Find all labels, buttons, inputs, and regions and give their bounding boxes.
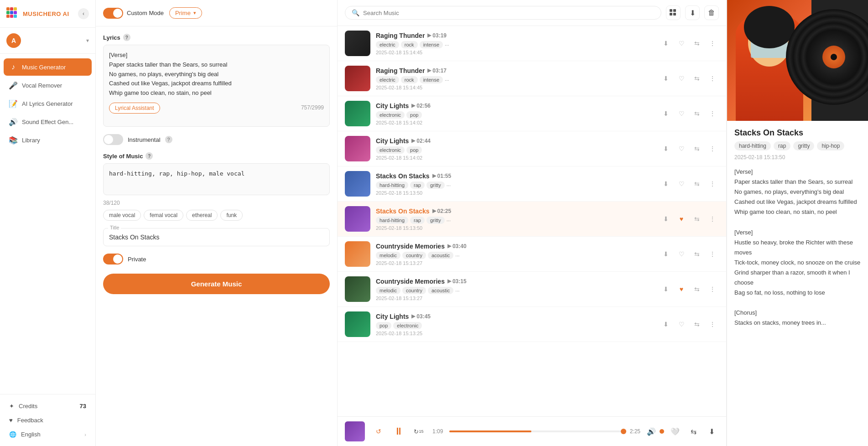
instrumental-info-icon[interactable]: ? — [165, 136, 172, 143]
more-tags[interactable]: ... — [445, 76, 449, 83]
music-list-item-2[interactable]: Raging Thunder ▶ 03:17 electricrockinten… — [338, 61, 726, 96]
detail-lyrics: [Verse] Paper stacks taller than the Sea… — [734, 167, 861, 328]
forward-btn[interactable]: ↻15 — [411, 424, 426, 439]
more-song-btn[interactable]: ⋮ — [706, 142, 719, 155]
language-item[interactable]: 🌐 English › — [4, 427, 92, 441]
like-song-btn[interactable]: ♡ — [675, 72, 688, 85]
like-song-btn[interactable]: ♡ — [675, 37, 688, 50]
feedback-item[interactable]: ♥ Feedback — [4, 413, 92, 427]
download-song-btn[interactable]: ⬇ — [660, 107, 672, 120]
download-song-btn[interactable]: ⬇ — [660, 283, 672, 296]
share-song-btn[interactable]: ⇆ — [691, 213, 703, 225]
more-song-btn[interactable]: ⋮ — [706, 72, 719, 85]
music-item-title: Stacks On Stacks ▶ 02:25 — [376, 207, 654, 215]
more-song-btn[interactable]: ⋮ — [706, 248, 719, 260]
more-song-btn[interactable]: ⋮ — [706, 177, 719, 190]
instrumental-toggle[interactable] — [103, 134, 123, 145]
music-list-item-1[interactable]: Raging Thunder ▶ 03:19 electricrockinten… — [338, 26, 726, 61]
music-thumb — [345, 206, 370, 232]
like-song-btn[interactable]: ♡ — [675, 107, 688, 120]
lyrics-box[interactable]: [Verse] Paper stacks taller than the Sea… — [103, 45, 330, 127]
sidebar-item-sound-effect[interactable]: 🔊 Sound Effect Gen... — [4, 113, 92, 130]
logo-icon — [6, 7, 19, 20]
download-song-btn[interactable]: ⬇ — [660, 37, 672, 50]
share-song-btn[interactable]: ⇆ — [691, 318, 703, 331]
download-btn[interactable]: ⬇ — [685, 5, 700, 20]
music-list-item-7[interactable]: Countryside Memories ▶ 03:40 melodiccoun… — [338, 237, 726, 272]
more-song-btn[interactable]: ⋮ — [706, 318, 719, 331]
sidebar-item-ai-lyrics[interactable]: 📝 AI Lyrics Generator — [4, 95, 92, 112]
download-song-btn[interactable]: ⬇ — [660, 72, 672, 85]
like-song-btn[interactable]: ♡ — [675, 142, 688, 155]
share-song-btn[interactable]: ⇆ — [691, 248, 703, 260]
more-tags[interactable]: ... — [447, 182, 451, 189]
pause-button[interactable]: ⏸ — [390, 423, 407, 440]
download-song-btn[interactable]: ⬇ — [660, 177, 672, 190]
download-song-btn[interactable]: ⬇ — [660, 318, 672, 331]
more-song-btn[interactable]: ⋮ — [706, 213, 719, 225]
volume-icon[interactable]: 🔊 — [647, 427, 656, 436]
share-song-btn[interactable]: ⇆ — [691, 107, 703, 120]
like-song-btn[interactable]: ♥ — [675, 213, 688, 225]
music-date: 2025-02-18 15:14:02 — [376, 155, 654, 161]
download-song-btn[interactable]: ⬇ — [660, 142, 672, 155]
music-actions: ⬇ ♡ ⇆ ⋮ — [660, 177, 719, 190]
user-profile[interactable]: A ▾ — [0, 28, 95, 54]
like-song-btn[interactable]: ♡ — [675, 177, 688, 190]
music-list-item-4[interactable]: City Lights ▶ 02:44 electronicpop 2025-0… — [338, 131, 726, 166]
music-list-item-8[interactable]: Countryside Memories ▶ 03:15 melodiccoun… — [338, 272, 726, 307]
sidebar-item-music-generator[interactable]: ♪ Music Generator — [4, 58, 92, 76]
more-song-btn[interactable]: ⋮ — [706, 283, 719, 296]
more-tags[interactable]: ... — [447, 217, 451, 224]
private-toggle[interactable] — [103, 254, 123, 264]
more-tags[interactable]: ... — [445, 41, 449, 48]
search-input[interactable] — [363, 10, 655, 16]
style-input[interactable] — [103, 163, 330, 195]
share-song-btn[interactable]: ⇆ — [691, 72, 703, 85]
lyrical-assistant-button[interactable]: Lyrical Assistant — [109, 103, 160, 114]
style-tag-male-vocal[interactable]: male vocal — [103, 210, 141, 221]
title-input[interactable] — [109, 233, 324, 241]
style-tag-femal-vocal[interactable]: femal vocal — [144, 210, 183, 221]
share-song-btn[interactable]: ⇆ — [691, 37, 703, 50]
style-tag-ethereal[interactable]: ethereal — [186, 210, 218, 221]
prime-badge[interactable]: Prime ▾ — [169, 7, 202, 19]
music-list-item-6[interactable]: Stacks On Stacks ▶ 02:25 hard-hittingrap… — [338, 202, 726, 237]
volume-dot — [660, 429, 664, 434]
style-tag-funk[interactable]: funk — [220, 210, 243, 221]
more-tags[interactable]: ... — [455, 252, 459, 259]
share-btn[interactable]: ⇆ — [686, 424, 701, 439]
music-list-item-9[interactable]: City Lights ▶ 03:45 popelectronic 2025-0… — [338, 307, 726, 342]
sidebar-item-library[interactable]: 📚 Library — [4, 131, 92, 149]
svg-rect-2 — [14, 7, 17, 10]
lyrics-info-icon[interactable]: ? — [123, 34, 130, 41]
credits-item[interactable]: ✦ Credits 73 — [4, 399, 92, 413]
download-song-btn[interactable]: ⬇ — [660, 248, 672, 260]
repeat-btn[interactable]: ↺ — [371, 424, 386, 439]
sidebar-collapse-btn[interactable]: ‹ — [78, 8, 89, 19]
more-tags[interactable]: ... — [455, 287, 459, 294]
style-info-icon[interactable]: ? — [146, 152, 153, 160]
music-actions: ⬇ ♡ ⇆ ⋮ — [660, 248, 719, 260]
custom-mode-switch[interactable] — [103, 8, 123, 19]
custom-mode-toggle[interactable]: Custom Mode — [103, 8, 164, 19]
more-song-btn[interactable]: ⋮ — [706, 37, 719, 50]
share-song-btn[interactable]: ⇆ — [691, 177, 703, 190]
generate-button[interactable]: Generate Music — [103, 274, 330, 294]
like-btn[interactable]: 🤍 — [668, 424, 682, 439]
like-song-btn[interactable]: ♡ — [675, 318, 688, 331]
like-song-btn[interactable]: ♡ — [675, 248, 688, 260]
grid-view-btn[interactable] — [666, 5, 681, 20]
music-list-item-5[interactable]: Stacks On Stacks ▶ 01:55 hard-hittingrap… — [338, 166, 726, 202]
like-song-btn[interactable]: ♥ — [675, 283, 688, 296]
download-player-btn[interactable]: ⬇ — [704, 424, 719, 439]
share-song-btn[interactable]: ⇆ — [691, 142, 703, 155]
music-list-item-3[interactable]: City Lights ▶ 02:56 electronicpop 2025-0… — [338, 96, 726, 131]
more-song-btn[interactable]: ⋮ — [706, 107, 719, 120]
progress-bar[interactable] — [449, 430, 623, 432]
share-song-btn[interactable]: ⇆ — [691, 283, 703, 296]
music-duration: ▶ 03:15 — [447, 278, 467, 285]
download-song-btn[interactable]: ⬇ — [660, 213, 672, 225]
sidebar-item-vocal-remover[interactable]: 🎤 Vocal Remover — [4, 77, 92, 94]
delete-btn[interactable]: 🗑 — [704, 5, 719, 20]
